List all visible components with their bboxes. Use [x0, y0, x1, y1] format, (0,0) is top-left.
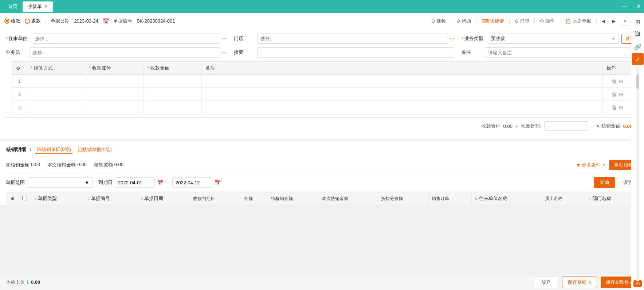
- table-header: ⚙ * 结算方式 * 收款账号 * 收款金额: [12, 62, 632, 75]
- sidebar-link-icon[interactable]: 🔗: [632, 41, 644, 52]
- filter-icon: ▼: [576, 162, 581, 168]
- tab-receipt-close[interactable]: ✕: [44, 4, 48, 9]
- date-to-calendar-icon[interactable]: 📅: [215, 180, 221, 185]
- verify-header: 核销明细 ℹ 待核销单据(0笔) 已核销单据(0笔): [6, 145, 638, 154]
- scroll-bar[interactable]: [636, 67, 639, 281]
- ai-badge[interactable]: Ai: [633, 280, 642, 287]
- range-select[interactable]: ▼: [27, 177, 93, 188]
- close-button[interactable]: ✕: [636, 4, 641, 9]
- row-2-settlement[interactable]: [27, 88, 85, 101]
- receipt-radio-circle: [4, 19, 9, 24]
- row-1-amount[interactable]: [144, 75, 202, 88]
- receipt-radio[interactable]: 收款: [4, 18, 20, 24]
- row-2-remark[interactable]: [202, 88, 603, 101]
- history-btn[interactable]: 📋 历史单据: [563, 17, 593, 25]
- partner-sort[interactable]: ⇅: [475, 197, 478, 201]
- minimize-button[interactable]: —: [621, 4, 627, 9]
- verify-tab-pending[interactable]: 待核销单据(0笔): [35, 145, 72, 154]
- footer-info-icon[interactable]: ℹ: [27, 279, 29, 285]
- partner-more-icon[interactable]: ···: [221, 35, 226, 42]
- refund-radio[interactable]: 退款: [25, 18, 41, 24]
- number-label: 单据编号: [113, 18, 132, 24]
- row-3-settlement[interactable]: [27, 101, 85, 114]
- row-3-copy-icon[interactable]: ⊞: [619, 105, 623, 110]
- row-2-copy-icon[interactable]: ⊞: [619, 91, 623, 97]
- due-date-field: 到期日 📅 — 📅: [98, 177, 221, 188]
- verify-tab-done[interactable]: 已核销单据(0笔): [76, 146, 113, 154]
- row-1-delete-icon[interactable]: 🗑: [612, 78, 617, 84]
- number-sort[interactable]: ⇅: [87, 197, 90, 201]
- help-label: 帮助: [462, 18, 471, 24]
- business-type-select[interactable]: 预收款 ▼: [488, 34, 619, 44]
- date-calendar-icon[interactable]: 📅: [103, 18, 109, 24]
- row-2-delete-icon[interactable]: 🗑: [612, 91, 617, 97]
- shortcut-btn[interactable]: ⌨ 快捷键: [479, 17, 506, 25]
- date-from-calendar-icon[interactable]: 📅: [157, 180, 163, 185]
- print-btn[interactable]: ⊙ 打印: [513, 17, 531, 25]
- window-controls: — □ ✕: [621, 4, 641, 9]
- col-amount: * 收款金额: [144, 62, 202, 75]
- operations-btn[interactable]: ⚙ 操作: [538, 17, 557, 25]
- tab-receipt[interactable]: 收款单 ✕: [23, 1, 53, 12]
- more-conditions-btn[interactable]: ▼ 更多条件 ∧: [576, 162, 606, 168]
- range-label: 单据范围: [6, 179, 25, 186]
- footer: 本单上欠 ℹ 0.00 放弃 保存草稿 ∧ 保存&新增 ∧: [0, 274, 644, 290]
- remark-label: 备注: [462, 49, 483, 56]
- list-view-btn[interactable]: ≡: [621, 17, 629, 26]
- btcol-settings[interactable]: ⚙: [6, 192, 19, 205]
- col-settings[interactable]: ⚙: [12, 62, 27, 75]
- partner-input[interactable]: [32, 34, 220, 44]
- staff-input[interactable]: [29, 47, 220, 58]
- date-from-input[interactable]: [115, 177, 155, 188]
- btcol-checkbox[interactable]: [19, 192, 31, 205]
- scroll-thumb[interactable]: [636, 74, 639, 89]
- table-row: 1 🗑 ⊞: [12, 75, 632, 88]
- row-3-delete-icon[interactable]: 🗑: [612, 105, 617, 110]
- query-button[interactable]: 查询: [594, 177, 615, 188]
- discount-input[interactable]: [544, 121, 588, 131]
- btcol-pending: 待核销金额: [268, 192, 319, 205]
- footer-current-label: 本单上欠: [6, 279, 25, 286]
- row-3-amount[interactable]: [144, 101, 202, 114]
- date-sort[interactable]: ⇅: [140, 197, 143, 201]
- tab-home[interactable]: 首页: [3, 1, 23, 12]
- row-2-amount[interactable]: [144, 88, 202, 101]
- sidebar-table-icon[interactable]: ⊞: [632, 16, 644, 28]
- store-more-icon[interactable]: ···: [449, 35, 454, 42]
- equals-sign: =: [591, 124, 594, 129]
- sidebar-expand-icon[interactable]: ⤢: [632, 53, 644, 65]
- row-2-account[interactable]: [85, 88, 144, 101]
- store-input[interactable]: [257, 34, 448, 44]
- date-to-input[interactable]: [172, 177, 212, 188]
- sidebar-image-icon[interactable]: 🖼: [632, 28, 644, 40]
- video-btn[interactable]: ⊙ 视频: [429, 17, 448, 25]
- row-1-remark[interactable]: [202, 75, 603, 88]
- maximize-button[interactable]: □: [630, 4, 633, 9]
- history-label: 历史单据: [572, 18, 591, 24]
- type-sort[interactable]: ⇅: [34, 197, 37, 201]
- shortcut-icon: ⌨: [482, 18, 489, 24]
- summary-input[interactable]: [257, 47, 455, 58]
- help-btn[interactable]: ⊙ 帮助: [454, 17, 473, 25]
- discard-button[interactable]: 放弃: [534, 277, 558, 288]
- row-1-account[interactable]: [85, 75, 144, 88]
- row-1-copy-icon[interactable]: ⊞: [619, 78, 623, 84]
- staff-more-icon[interactable]: ···: [221, 49, 226, 56]
- staff-field: 业务员 ···: [6, 47, 227, 58]
- col-remark: 备注: [202, 62, 603, 75]
- summary-row: 收款合计 0.00 + 现金折扣: = 可核销金额 0.00: [6, 117, 638, 134]
- select-all-checkbox[interactable]: [22, 196, 27, 200]
- remark-input[interactable]: [485, 47, 638, 58]
- verify-info-icon[interactable]: ℹ: [30, 147, 32, 152]
- row-1-settlement[interactable]: [27, 75, 85, 88]
- row-3-remark[interactable]: [202, 101, 603, 114]
- row-3-account[interactable]: [85, 101, 144, 114]
- col-account-label: 收款账号: [92, 65, 111, 71]
- dept-sort[interactable]: ⇅: [588, 197, 591, 201]
- footer-current-value: 0.00: [31, 279, 40, 285]
- due-date-label: 到期日: [98, 179, 113, 186]
- next-btn[interactable]: ▶: [610, 18, 618, 24]
- save-draft-button[interactable]: 保存草稿 ∧: [562, 277, 597, 288]
- form-row-1: * 往来单位 ··· 门店 ··· * 业务类型 预收款 ▼: [6, 34, 638, 44]
- prev-btn[interactable]: ◀: [600, 18, 607, 24]
